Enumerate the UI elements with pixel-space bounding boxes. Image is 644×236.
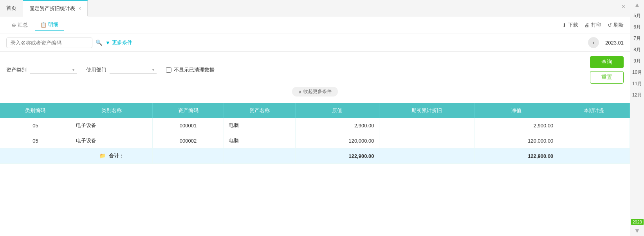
department-filter: 使用部门 [86,66,157,74]
row1-asset-name: 电脑 [224,118,296,133]
row2-asset-name: 电脑 [224,133,296,148]
refresh-label: 刷新 [613,21,624,29]
table-header-row: 类别编码 类别名称 资产编码 资产名称 原值 期初累计折旧 净值 本期计提 [0,103,630,118]
collapse-icon: ∧ [298,89,302,95]
tab-depreciation[interactable]: 固定资产折旧统计表 × [23,0,88,16]
summary-label: 汇总 [18,21,28,29]
hide-cleared-input[interactable] [166,67,171,73]
row1-asset-code: 000001 [152,118,224,133]
total-icon: 📁 [99,153,106,159]
asset-type-label: 资产类别 [6,66,27,73]
detail-icon: 📋 [40,22,47,28]
total-accumulated-depreciation [379,148,474,164]
collapse-bar: ∧ 收起更多条件 [6,84,624,100]
window-close-button[interactable]: × [622,3,625,10]
row2-net-value: 120,000.00 [474,133,558,148]
print-label: 打印 [591,21,601,29]
row2-accumulated-depreciation [379,133,474,148]
row2-category-name: 电子设备 [71,133,152,148]
sidebar-month-6[interactable]: 6月 [630,21,644,33]
th-asset-name: 资产名称 [224,103,296,118]
print-action[interactable]: 🖨 打印 [584,21,601,29]
total-empty-3 [224,148,296,164]
table-row[interactable]: 05 电子设备 000002 电脑 120,000.00 120,000.00 [0,133,630,148]
row1-category-code: 05 [0,118,71,133]
total-label-cell: 📁 合计： [71,148,152,164]
sidebar-month-8[interactable]: 8月 [630,44,644,55]
filter-label: 更多条件 [112,39,132,46]
table-wrapper: 类别编码 类别名称 资产编码 资产名称 原值 期初累计折旧 净值 本期计提 05… [0,103,630,236]
row2-asset-code: 000002 [152,133,224,148]
tab-depreciation-label: 固定资产折旧统计表 [29,5,75,12]
department-label: 使用部门 [86,66,106,73]
hide-cleared-checkbox[interactable]: 不显示已清理数据 [166,66,215,73]
th-category-code: 类别编码 [0,103,71,118]
total-net-value: 122,900.00 [474,148,558,164]
tab-home-label: 首页 [6,5,16,12]
download-action[interactable]: ⬇ 下载 [562,21,578,29]
asset-type-filter: 资产类别 [6,66,77,74]
row2-category-code: 05 [0,133,71,148]
asset-type-select[interactable] [30,66,77,74]
collapse-label: 收起更多条件 [303,88,332,95]
refresh-icon: ↺ [608,22,612,28]
sidebar-month-12[interactable]: 12月 [630,89,644,101]
download-icon: ⬇ [562,22,566,28]
date-label: 2023.01 [605,40,624,46]
row2-current-depreciation [558,133,630,148]
th-original-value: 原值 [295,103,379,118]
filter-panel: 资产类别 使用部门 不显示已清理数据 [0,52,630,103]
refresh-action[interactable]: ↺ 刷新 [608,21,624,29]
th-asset-code: 资产编码 [152,103,224,118]
row1-category-name: 电子设备 [71,118,152,133]
sidebar-month-7[interactable]: 7月 [630,33,644,44]
sidebar-nav-down[interactable]: ▼ [633,226,642,236]
row1-current-depreciation [558,118,630,133]
summary-tab-button[interactable]: ⊕ 汇总 [6,19,33,31]
sidebar-nav-up[interactable]: ▲ [633,0,642,10]
row1-original-value: 2,900.00 [295,118,379,133]
th-net-value: 净值 [474,103,558,118]
year-badge: 2023 [631,219,644,225]
th-current-depreciation: 本期计提 [558,103,630,118]
detail-label: 明细 [48,21,58,28]
tab-close-icon[interactable]: × [78,6,81,11]
sidebar-month-11[interactable]: 11月 [630,78,644,89]
filter-buttons: 查询 重置 [590,56,624,84]
tab-home[interactable]: 首页 [0,0,23,16]
search-icon[interactable]: 🔍 [96,39,102,46]
search-bar: 🔍 ▼ 更多条件 › 2023.01 [0,34,630,52]
toolbar: ⊕ 汇总 📋 明细 ⬇ 下载 🖨 打印 ↺ 刷新 [0,16,630,34]
department-select-wrapper [110,66,157,74]
sidebar-month-10[interactable]: 10月 [630,67,644,78]
collapse-button[interactable]: ∧ 收起更多条件 [292,87,338,97]
total-original-value: 122,900.00 [295,148,379,164]
row2-original-value: 120,000.00 [295,133,379,148]
search-input[interactable] [6,38,92,48]
summary-icon: ⊕ [12,22,16,28]
filter-icon: ▼ [105,40,110,46]
download-label: 下载 [568,21,578,29]
detail-tab-button[interactable]: 📋 明细 [35,19,64,31]
table-row[interactable]: 05 电子设备 000001 电脑 2,900.00 2,900.00 [0,118,630,133]
total-empty-1 [0,148,71,164]
sidebar-month-5[interactable]: 5月 [630,10,644,21]
sidebar-month-9[interactable]: 9月 [630,55,644,67]
total-empty-2 [152,148,224,164]
data-table: 类别编码 类别名称 资产编码 资产名称 原值 期初累计折旧 净值 本期计提 05… [0,103,630,164]
reset-button[interactable]: 重置 [590,71,624,84]
nav-arrow-button[interactable]: › [588,37,599,48]
more-filters-button[interactable]: ▼ 更多条件 [105,39,132,46]
tab-bar: 首页 固定资产折旧统计表 × × [0,0,630,16]
query-button[interactable]: 查询 [590,56,624,68]
total-current-depreciation [558,148,630,164]
asset-type-select-wrapper [30,66,77,74]
row1-net-value: 2,900.00 [474,118,558,133]
filter-row: 资产类别 使用部门 不显示已清理数据 [6,56,624,84]
th-accumulated-depreciation: 期初累计折旧 [379,103,474,118]
row1-accumulated-depreciation [379,118,474,133]
th-category-name: 类别名称 [71,103,152,118]
department-select[interactable] [110,66,157,74]
hide-cleared-label: 不显示已清理数据 [174,66,215,73]
total-row: 📁 合计： 122,900.00 122,900.00 [0,148,630,164]
